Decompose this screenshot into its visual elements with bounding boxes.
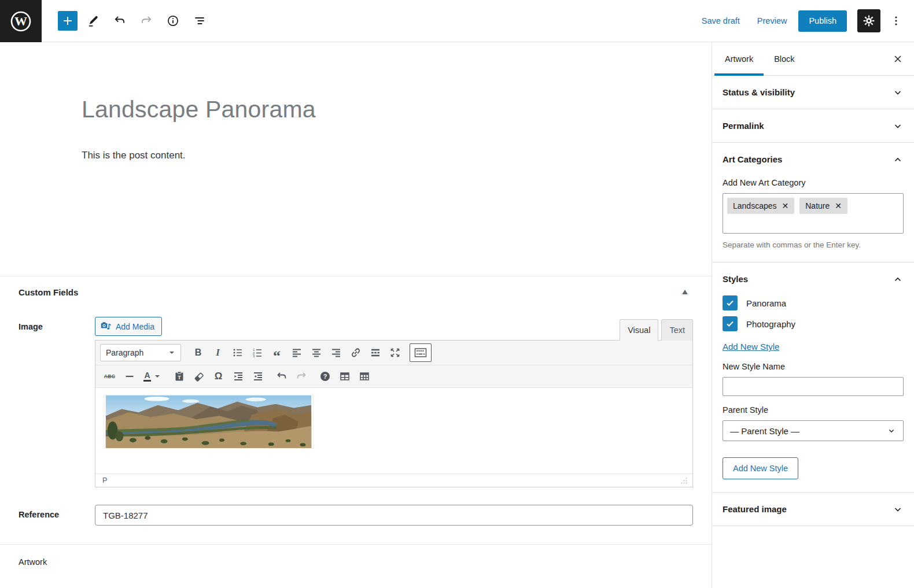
check-icon [725, 298, 735, 308]
edit-mode-button[interactable] [82, 10, 104, 32]
sidebar-tabs: Artwork Block [712, 42, 914, 76]
remove-token-button[interactable]: ✕ [835, 202, 842, 210]
pencil-icon [87, 14, 99, 27]
paste-as-text-button[interactable]: T [169, 368, 189, 385]
settings-button[interactable] [857, 9, 880, 32]
details-button[interactable] [162, 10, 184, 32]
checkbox-photography[interactable] [723, 316, 738, 331]
bullet-list-icon [232, 347, 244, 358]
custom-fields-metabox: Custom Fields Image [0, 276, 712, 526]
status-visibility-toggle[interactable]: Status & visibility [712, 76, 914, 109]
settings-sidebar: Artwork Block Status & visibility Permal… [712, 42, 914, 588]
parent-style-select[interactable]: — Parent Style — [723, 420, 904, 441]
special-character-button[interactable]: Ω [209, 368, 228, 385]
numbered-list-icon: 1 2 3 [252, 347, 263, 358]
block-inserter-button[interactable] [58, 11, 78, 31]
table-grid-icon [359, 371, 370, 382]
text-color-icon: A [143, 371, 150, 382]
featured-image-toggle[interactable]: Featured image [712, 493, 914, 526]
table-properties-button[interactable] [355, 368, 374, 385]
help-button[interactable]: ? [315, 368, 334, 385]
editor-content-area[interactable] [95, 388, 692, 474]
fullscreen-button[interactable] [385, 344, 404, 361]
svg-text:?: ? [323, 373, 327, 380]
style-checkbox-row: Photography [723, 316, 904, 331]
redo-icon [296, 371, 307, 382]
art-categories-title: Art Categories [723, 154, 782, 164]
align-center-button[interactable] [307, 344, 326, 361]
publish-button[interactable]: Publish [798, 10, 847, 32]
table-button[interactable] [335, 368, 354, 385]
list-view-button[interactable] [189, 10, 211, 32]
caret-down-icon [168, 349, 175, 356]
save-draft-button[interactable]: Save draft [696, 12, 746, 30]
bullet-list-button[interactable] [228, 344, 247, 361]
add-media-button[interactable]: Add Media [95, 317, 162, 336]
chevron-up-icon [892, 273, 904, 285]
new-style-name-label: New Style Name [723, 362, 904, 371]
post-title[interactable]: Landscape Panorama [82, 96, 712, 123]
tab-text[interactable]: Text [661, 319, 693, 341]
panorama-landscape-image[interactable] [104, 395, 314, 449]
permalink-toggle[interactable]: Permalink [712, 109, 914, 142]
check-icon [725, 319, 735, 328]
close-sidebar-button[interactable] [887, 49, 908, 69]
list-view-icon [193, 14, 206, 27]
add-new-style-button[interactable]: Add New Style [723, 457, 798, 479]
editor-redo-button[interactable] [292, 368, 311, 385]
paragraph-format-value: Paragraph [106, 348, 143, 357]
editor-undo-button[interactable] [272, 368, 291, 385]
insert-link-button[interactable] [346, 344, 365, 361]
styles-title: Styles [723, 274, 748, 284]
preview-button[interactable]: Preview [751, 12, 793, 30]
art-categories-body: Add New Art Category Landscapes ✕ Nature… [712, 178, 914, 262]
collapse-metabox-button[interactable] [677, 286, 693, 298]
custom-fields-title: Custom Fields [19, 287, 78, 297]
add-new-style-link[interactable]: Add New Style [723, 342, 779, 352]
new-style-name-input[interactable] [723, 377, 904, 396]
undo-button[interactable] [109, 10, 131, 32]
align-left-button[interactable] [287, 344, 306, 361]
checkbox-panorama[interactable] [723, 295, 738, 310]
align-center-icon [311, 347, 322, 358]
breadcrumb[interactable]: Artwork [19, 557, 47, 567]
strikethrough-button[interactable]: ABC [100, 368, 119, 385]
styles-toggle[interactable]: Styles [712, 262, 914, 295]
wordpress-editor: W [0, 0, 914, 588]
bold-button[interactable]: B [189, 344, 208, 361]
paragraph-format-select[interactable]: Paragraph [100, 344, 181, 361]
wordpress-logo[interactable]: W [0, 0, 42, 42]
options-menu-button[interactable] [886, 9, 906, 32]
chevron-up-icon [892, 154, 904, 165]
remove-token-button[interactable]: ✕ [782, 202, 789, 210]
indent-button[interactable] [248, 368, 267, 385]
category-token-input[interactable]: Landscapes ✕ Nature ✕ [723, 193, 904, 234]
resize-grabber[interactable] [680, 476, 688, 485]
tab-visual[interactable]: Visual [620, 319, 658, 341]
italic-button[interactable]: I [208, 344, 227, 361]
outdent-button[interactable] [228, 368, 248, 385]
read-more-button[interactable] [366, 344, 385, 361]
tab-block[interactable]: Block [764, 42, 805, 75]
toolbar-toggle-button[interactable] [410, 343, 432, 362]
post-content[interactable]: This is the post content. [82, 150, 712, 161]
reference-input[interactable] [95, 505, 693, 526]
align-left-icon [291, 347, 303, 358]
numbered-list-button[interactable]: 1 2 3 [248, 344, 267, 361]
horizontal-rule-button[interactable] [120, 368, 139, 385]
token-label: Landscapes [733, 201, 777, 210]
tab-artwork[interactable]: Artwork [714, 42, 764, 75]
caret-down-icon [154, 373, 161, 380]
redo-button[interactable] [135, 10, 157, 32]
art-categories-toggle[interactable]: Art Categories [712, 143, 914, 176]
clear-formatting-button[interactable] [189, 368, 208, 385]
panel-art-categories: Art Categories Add New Art Category Land… [712, 143, 914, 262]
panel-styles: Styles Panorama Photography Add New Styl… [712, 262, 914, 493]
element-path[interactable]: P [102, 476, 107, 485]
blockquote-button[interactable]: “ [267, 344, 286, 361]
gear-icon [863, 14, 875, 27]
align-right-button[interactable] [326, 344, 345, 361]
panel-featured-image: Featured image [712, 493, 914, 526]
style-label: Photography [746, 319, 795, 329]
text-color-button[interactable]: A [139, 368, 165, 385]
